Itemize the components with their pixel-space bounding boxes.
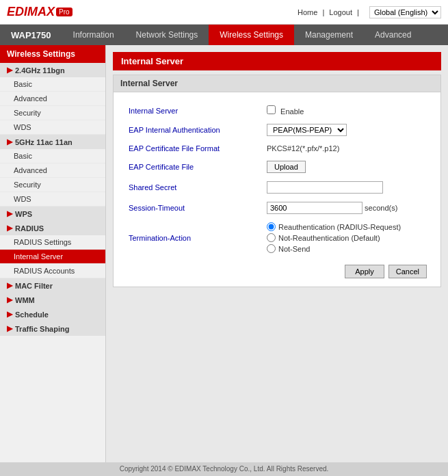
row-eap-internal-auth: EAP Internal Authentication PEAP(MS-PEAP… <box>123 120 431 140</box>
field-internal-server: Enable <box>261 102 431 119</box>
row-shared-secret: Shared Secret <box>123 178 431 197</box>
arrow-icon-traffic-shaping: ▶ <box>7 324 12 333</box>
radio-label-not-send[interactable]: Not-Send <box>267 244 425 253</box>
footer: Copyright 2014 © EDIMAX Technology Co., … <box>0 462 448 476</box>
checkbox-internal-server[interactable] <box>267 105 276 114</box>
row-internal-server: Internal Server Enable <box>123 102 431 119</box>
top-bar: EDIMAX Pro Home | Logout | Global (Engli… <box>0 0 448 25</box>
sidebar-group-2ghz-label: 2.4GHz 11bgn <box>15 66 65 75</box>
logout-link[interactable]: Logout <box>329 8 352 16</box>
content-area: Internal Server Internal Server Internal… <box>106 45 448 462</box>
sidebar-group-wps[interactable]: ▶ WPS <box>0 207 105 221</box>
label-session-timeout: Session-Timeout <box>123 198 260 217</box>
radio-not-reauth[interactable] <box>267 233 276 242</box>
sidebar-item-security-5g[interactable]: Security <box>0 178 105 192</box>
language-select[interactable]: Global (English) <box>369 6 441 18</box>
sidebar-item-advanced-2g[interactable]: Advanced <box>0 92 105 106</box>
apply-button[interactable]: Apply <box>345 265 384 278</box>
sidebar-radius-label: RADIUS <box>15 224 44 233</box>
select-eap-internal-auth[interactable]: PEAP(MS-PEAP) <box>267 124 347 136</box>
logo-edimax: EDIMAX <box>7 5 55 19</box>
content-box-header: Internal Server <box>114 75 440 92</box>
sidebar-item-advanced-5g[interactable]: Advanced <box>0 163 105 178</box>
label-shared-secret: Shared Secret <box>123 178 260 197</box>
page-title: Internal Server <box>113 52 441 70</box>
radio-not-send[interactable] <box>267 244 276 253</box>
checkbox-label-internal-server: Enable <box>280 107 304 116</box>
sidebar-item-wds-5g[interactable]: WDS <box>0 192 105 207</box>
input-session-timeout[interactable] <box>267 202 363 214</box>
arrow-icon-schedule: ▶ <box>7 310 12 319</box>
field-eap-internal-auth: PEAP(MS-PEAP) <box>261 120 431 140</box>
arrow-icon-2ghz: ▶ <box>7 66 12 75</box>
field-eap-cert-file: Upload <box>261 157 431 176</box>
sidebar-group-wmm[interactable]: ▶ WMM <box>0 293 105 307</box>
nav-item-network-settings[interactable]: Network Settings <box>125 25 209 45</box>
logo-pro: Pro <box>56 8 73 16</box>
sidebar-item-wds-2g[interactable]: WDS <box>0 120 105 135</box>
sidebar-group-mac-filter[interactable]: ▶ MAC Filter <box>0 278 105 293</box>
session-timeout-unit: second(s) <box>365 204 397 212</box>
input-shared-secret[interactable] <box>267 181 383 194</box>
field-session-timeout: second(s) <box>261 198 431 217</box>
sidebar-item-basic-2g[interactable]: Basic <box>0 77 105 92</box>
arrow-icon-5ghz: ▶ <box>7 137 12 146</box>
upload-button[interactable]: Upload <box>267 161 306 173</box>
nav-item-management[interactable]: Management <box>294 25 364 45</box>
row-session-timeout: Session-Timeout second(s) <box>123 198 431 217</box>
row-eap-cert-file: EAP Certificate File Upload <box>123 157 431 176</box>
sep1: | <box>322 8 324 16</box>
sidebar-group-schedule[interactable]: ▶ Schedule <box>0 307 105 321</box>
sidebar-group-2ghz[interactable]: ▶ 2.4GHz 11bgn <box>0 63 105 77</box>
nav-item-advanced[interactable]: Advanced <box>364 25 422 45</box>
logo: EDIMAX Pro <box>7 5 73 19</box>
nav-bar: WAP1750 Information Network Settings Wir… <box>0 25 448 45</box>
nav-item-wireless-settings[interactable]: Wireless Settings <box>209 25 294 45</box>
content-box: Internal Server Internal Server Enable E… <box>113 75 441 287</box>
sidebar-group-radius[interactable]: ▶ RADIUS <box>0 221 105 235</box>
sidebar-mac-filter-label: MAC Filter <box>15 282 53 290</box>
sep2: | <box>357 8 359 16</box>
radio-not-send-label: Not-Send <box>278 245 310 253</box>
nav-model: WAP1750 <box>0 25 62 45</box>
arrow-icon-wmm: ▶ <box>7 295 12 304</box>
content-box-body: Internal Server Enable EAP Internal Auth… <box>114 92 440 287</box>
radio-label-not-reauth[interactable]: Not-Reauthentication (Default) <box>267 233 425 242</box>
main-layout: Wireless Settings ▶ 2.4GHz 11bgn Basic A… <box>0 45 448 462</box>
radio-group-termination: Reauthentication (RADIUS-Request) Not-Re… <box>267 222 425 253</box>
cancel-button[interactable]: Cancel <box>388 265 427 278</box>
sidebar-item-security-2g[interactable]: Security <box>0 106 105 120</box>
radio-label-reauth[interactable]: Reauthentication (RADIUS-Request) <box>267 222 425 231</box>
row-termination-action: Termination-Action Reauthentication (RAD… <box>123 219 431 256</box>
sidebar-item-radius-settings[interactable]: RADIUS Settings <box>0 235 105 250</box>
radio-not-reauth-label: Not-Reauthentication (Default) <box>278 234 380 242</box>
home-link[interactable]: Home <box>298 8 317 16</box>
nav-item-information[interactable]: Information <box>62 25 125 45</box>
label-internal-server: Internal Server <box>123 102 260 119</box>
radio-reauth[interactable] <box>267 222 276 231</box>
form-table: Internal Server Enable EAP Internal Auth… <box>122 101 432 258</box>
row-eap-cert-format: EAP Certificate File Format PKCS#12(*.pf… <box>123 141 431 156</box>
sidebar-group-traffic-shaping[interactable]: ▶ Traffic Shaping <box>0 321 105 336</box>
sidebar-group-5ghz[interactable]: ▶ 5GHz 11ac 11an <box>0 135 105 149</box>
sidebar-wps-label: WPS <box>15 210 32 218</box>
button-row: Apply Cancel <box>122 265 432 278</box>
sidebar-item-radius-accounts[interactable]: RADIUS Accounts <box>0 264 105 278</box>
arrow-icon-wps: ▶ <box>7 209 12 218</box>
label-eap-internal-auth: EAP Internal Authentication <box>123 120 260 140</box>
label-termination-action: Termination-Action <box>123 219 260 256</box>
sidebar-traffic-shaping-label: Traffic Shaping <box>15 325 69 333</box>
radio-reauth-label: Reauthentication (RADIUS-Request) <box>278 223 401 231</box>
sidebar: Wireless Settings ▶ 2.4GHz 11bgn Basic A… <box>0 45 106 462</box>
field-termination-action: Reauthentication (RADIUS-Request) Not-Re… <box>261 219 431 256</box>
sidebar-item-basic-5g[interactable]: Basic <box>0 149 105 163</box>
top-links: Home | Logout | Global (English) <box>298 6 441 18</box>
sidebar-header: Wireless Settings <box>0 45 105 63</box>
sidebar-wmm-label: WMM <box>15 296 35 304</box>
label-eap-cert-file: EAP Certificate File <box>123 157 260 176</box>
field-eap-cert-format: PKCS#12(*.pfx/*.p12) <box>261 141 431 156</box>
arrow-icon-mac-filter: ▶ <box>7 281 12 290</box>
sidebar-item-internal-server[interactable]: Internal Server <box>0 250 105 264</box>
field-shared-secret <box>261 178 431 197</box>
sidebar-group-5ghz-label: 5GHz 11ac 11an <box>15 138 73 146</box>
